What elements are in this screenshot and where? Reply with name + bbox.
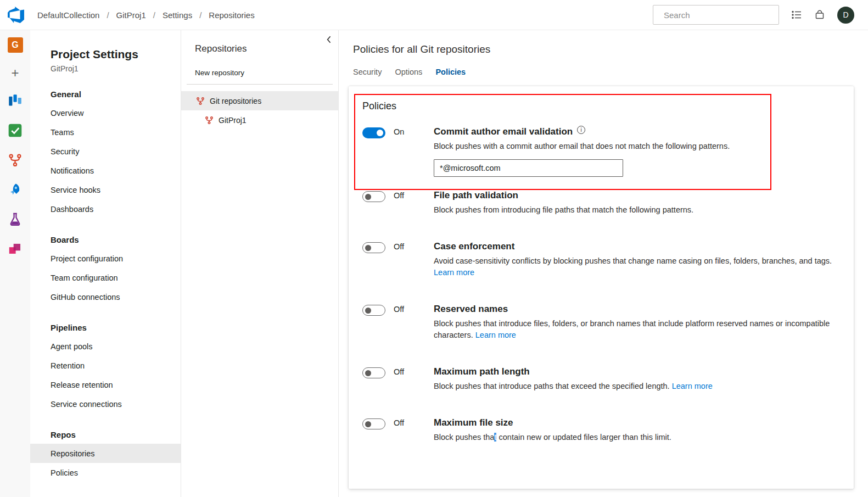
breadcrumb-item-settings[interactable]: Settings bbox=[163, 10, 192, 20]
policies-section-title: Policies bbox=[362, 100, 770, 112]
policy-description-text: Avoid case-sensitivity conflicts by bloc… bbox=[434, 256, 832, 265]
toggle-state-label: Off bbox=[394, 304, 434, 314]
search-input[interactable] bbox=[664, 10, 773, 20]
repositories-panel-title: Repositories bbox=[195, 43, 338, 54]
user-avatar[interactable]: D bbox=[837, 7, 854, 24]
toggle-state-label: Off bbox=[394, 366, 434, 376]
project-settings-sidebar: Project Settings GitProj1 General Overvi… bbox=[30, 30, 181, 497]
policy-description: Block pushes from introducing file paths… bbox=[434, 204, 840, 216]
tree-item-gitproj1[interactable]: GitProj1 bbox=[181, 110, 338, 130]
sidebar-item-github-connections[interactable]: GitHub connections bbox=[30, 287, 181, 306]
sidebar-item-policies[interactable]: Policies bbox=[30, 463, 181, 482]
task-list-icon[interactable] bbox=[791, 9, 802, 20]
policy-description-text: Block pushes tha bbox=[434, 433, 494, 442]
pipelines-icon[interactable] bbox=[8, 182, 23, 197]
sidebar-item-notifications[interactable]: Notifications bbox=[30, 161, 181, 180]
policy-toggle[interactable] bbox=[362, 305, 385, 316]
add-project-icon[interactable]: + bbox=[11, 68, 19, 79]
tab-options[interactable]: Options bbox=[395, 68, 422, 79]
email-pattern-input[interactable] bbox=[434, 159, 623, 177]
policy-description-text: contain new or updated files larger than… bbox=[496, 433, 671, 442]
toggle-state-label: Off bbox=[394, 241, 434, 251]
azure-devops-logo[interactable] bbox=[8, 7, 24, 23]
policy-row-commit-author-email-validation: On Commit author email validationi Block… bbox=[362, 126, 770, 177]
work-items-check-icon[interactable] bbox=[8, 123, 23, 138]
sidebar-item-team-configuration[interactable]: Team configuration bbox=[30, 268, 181, 287]
policy-toggle[interactable] bbox=[362, 367, 385, 378]
sidebar-project-name: GitProj1 bbox=[51, 64, 181, 73]
policy-row-case-enforcement: Off Case enforcement Avoid case-sensitiv… bbox=[349, 241, 854, 278]
panel-divider bbox=[187, 84, 333, 85]
policy-row-maximum-path-length: Off Maximum path length Block pushes tha… bbox=[349, 366, 854, 392]
page-title: Policies for all Git repositories bbox=[353, 43, 868, 55]
toggle-state-label: On bbox=[394, 126, 434, 136]
app-rail: G + bbox=[0, 30, 30, 497]
learn-more-link[interactable]: Learn more bbox=[475, 331, 516, 339]
policy-row-maximum-file-size: Off Maximum file size Block pushes that … bbox=[349, 417, 854, 443]
top-bar: DefaultCollection / GitProj1 / Settings … bbox=[0, 0, 868, 30]
breadcrumb: DefaultCollection / GitProj1 / Settings … bbox=[37, 10, 255, 20]
sidebar-section-general: General bbox=[51, 90, 181, 99]
sidebar-item-service-connections[interactable]: Service connections bbox=[30, 394, 181, 414]
sidebar-section-pipelines: Pipelines bbox=[51, 323, 181, 332]
breadcrumb-separator: / bbox=[153, 10, 155, 20]
policies-card: Policies On Commit author email validati… bbox=[349, 86, 854, 489]
new-repository-button[interactable]: New repository bbox=[195, 69, 244, 77]
sidebar-item-security[interactable]: Security bbox=[30, 142, 181, 161]
test-plans-icon[interactable] bbox=[8, 212, 23, 227]
boards-icon[interactable] bbox=[8, 93, 23, 108]
search-box[interactable] bbox=[653, 5, 779, 25]
tab-security[interactable]: Security bbox=[353, 68, 382, 79]
policy-title: File path validation bbox=[434, 190, 854, 201]
sidebar-item-dashboards[interactable]: Dashboards bbox=[30, 199, 181, 219]
sidebar-item-teams[interactable]: Teams bbox=[30, 122, 181, 142]
policy-toggle[interactable] bbox=[362, 191, 385, 202]
policy-description-text: Block pushes that introduce paths that e… bbox=[434, 382, 670, 390]
project-avatar[interactable]: G bbox=[8, 37, 23, 53]
sidebar-item-release-retention[interactable]: Release retention bbox=[30, 375, 181, 394]
sidebar-item-overview[interactable]: Overview bbox=[30, 103, 181, 122]
policy-title: Maximum file size bbox=[434, 417, 854, 428]
sidebar-section-boards: Boards bbox=[51, 235, 181, 244]
collapse-panel-icon[interactable] bbox=[324, 35, 334, 44]
tree-item-git-repositories[interactable]: Git repositories bbox=[181, 91, 338, 110]
learn-more-link[interactable]: Learn more bbox=[672, 382, 713, 390]
tab-bar: Security Options Policies bbox=[353, 68, 868, 79]
breadcrumb-item-project[interactable]: GitProj1 bbox=[116, 10, 146, 20]
sidebar-item-repositories[interactable]: Repositories bbox=[30, 444, 181, 463]
sidebar-item-retention[interactable]: Retention bbox=[30, 356, 181, 375]
policy-description: Block pushes with a commit author email … bbox=[434, 141, 770, 152]
toggle-state-label: Off bbox=[394, 190, 434, 200]
breadcrumb-item-repositories[interactable]: Repositories bbox=[209, 10, 254, 20]
sidebar-item-service-hooks[interactable]: Service hooks bbox=[30, 180, 181, 199]
toggle-state-label: Off bbox=[394, 417, 434, 427]
sidebar-item-project-configuration[interactable]: Project configuration bbox=[30, 249, 181, 268]
marketplace-bag-icon[interactable] bbox=[814, 9, 825, 20]
repositories-panel: Repositories New repository Git reposito… bbox=[181, 30, 339, 497]
policy-title: Maximum path length bbox=[434, 366, 854, 377]
policy-toggle[interactable] bbox=[362, 127, 385, 138]
breadcrumb-separator: / bbox=[107, 10, 109, 20]
policy-description: Block pushes that introduce paths that e… bbox=[434, 381, 840, 392]
learn-more-link[interactable]: Learn more bbox=[434, 268, 474, 277]
policy-description: Block pushes that introduce files, folde… bbox=[434, 318, 840, 341]
policy-toggle[interactable] bbox=[362, 242, 385, 253]
policy-title: Reserved names bbox=[434, 304, 854, 315]
breadcrumb-item-collection[interactable]: DefaultCollection bbox=[37, 10, 99, 20]
artifacts-icon[interactable] bbox=[8, 242, 23, 256]
main-content: Policies for all Git repositories Securi… bbox=[339, 30, 868, 497]
policy-description: Block pushes that contain new or updated… bbox=[434, 432, 840, 443]
tab-policies[interactable]: Policies bbox=[435, 68, 466, 79]
policy-toggle[interactable] bbox=[362, 418, 385, 429]
policy-title: Case enforcement bbox=[434, 241, 854, 252]
highlight-rectangle: Policies On Commit author email validati… bbox=[354, 94, 771, 190]
policy-row-file-path-validation: Off File path validation Block pushes fr… bbox=[349, 190, 854, 216]
sidebar-item-agent-pools[interactable]: Agent pools bbox=[30, 337, 181, 356]
repos-icon[interactable] bbox=[8, 153, 23, 167]
git-branch-icon bbox=[196, 97, 205, 105]
breadcrumb-separator: / bbox=[199, 10, 201, 20]
tree-item-label: GitProj1 bbox=[219, 116, 247, 125]
sidebar-title: Project Settings bbox=[51, 48, 181, 61]
policy-row-reserved-names: Off Reserved names Block pushes that int… bbox=[349, 304, 854, 341]
info-icon[interactable]: i bbox=[577, 126, 585, 134]
